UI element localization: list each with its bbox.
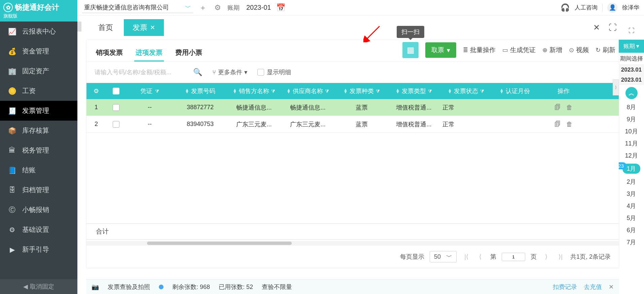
plus-icon[interactable]: ＋ — [198, 3, 208, 13]
inner-tab-purchase[interactable]: 进项发票 — [134, 45, 164, 61]
per-page-select[interactable]: 50﹀ — [430, 251, 457, 262]
month-item[interactable]: 9月 — [619, 113, 644, 125]
fullscreen-icon[interactable]: ⛶ — [608, 23, 618, 33]
next-page-icon[interactable]: ⟩ — [542, 253, 551, 260]
table-row[interactable]: 2 -- 83940753 广东三元麦... 广东三元麦... 蓝票 增值税普通… — [86, 116, 619, 133]
month-item[interactable]: 3月 — [619, 188, 644, 200]
sidebar-item-label: 云报表中心 — [22, 27, 56, 36]
first-page-icon[interactable]: |⟨ — [462, 253, 471, 260]
col-kind[interactable]: ▲▼发票种类⧩ — [335, 87, 389, 95]
period-year-start[interactable]: 2023.01 — [619, 65, 644, 75]
funnel-icon: ⧩ — [325, 88, 329, 94]
page-input[interactable] — [502, 253, 525, 261]
sort-icon: ▲▼ — [233, 89, 237, 93]
sidebar-scrollbar[interactable] — [77, 22, 81, 32]
tab-home[interactable]: 首页 — [90, 19, 122, 36]
col-status[interactable]: ▲▼发票状态⧩ — [439, 87, 493, 95]
col-month[interactable]: ▲▼认证月份 — [493, 87, 537, 95]
info-icon[interactable] — [159, 285, 164, 289]
fullscreen-icon[interactable]: ⛶ — [625, 24, 638, 37]
gear-icon[interactable]: ⚙ — [213, 3, 223, 13]
table-row[interactable]: 1 -- 38872772 畅捷通信息... 畅捷通信息... 蓝票 增值税普通… — [86, 99, 619, 116]
voucher-button[interactable]: ▭生成凭证 — [502, 46, 536, 54]
col-seller[interactable]: ▲▼销售方名称⧩ — [227, 87, 281, 95]
close-icon[interactable]: ✕ — [150, 24, 155, 31]
period-year-end[interactable]: 2023.01 — [619, 75, 644, 85]
month-item[interactable]: 8月 — [619, 101, 644, 113]
sidebar-item-settings[interactable]: ⚙基础设置 — [0, 220, 77, 240]
scroll-up-icon[interactable]: ︽ — [625, 87, 638, 99]
select-all-checkbox[interactable] — [113, 88, 119, 94]
month-item[interactable]: 10月 — [619, 125, 644, 137]
inner-tab-fee[interactable]: 费用小票 — [174, 45, 204, 61]
fee-record-link[interactable]: 扣费记录 — [553, 283, 577, 291]
month-item[interactable]: 5月 — [619, 212, 644, 224]
chevron-down-icon: ▾ — [244, 69, 247, 76]
recharge-link[interactable]: 去充值 — [584, 283, 602, 291]
col-supplier[interactable]: ▲▼供应商名称⧩ — [281, 87, 335, 95]
sidebar-item-salary[interactable]: 🪙工资 — [0, 81, 77, 101]
view-icon[interactable]: 🗐 — [554, 121, 561, 128]
refresh-button[interactable]: ↻刷新 — [596, 46, 615, 54]
delete-icon[interactable]: 🗑 — [566, 104, 573, 111]
scan-qr-button[interactable]: ▦ — [402, 42, 419, 58]
funnel-icon: ⧩ — [480, 88, 484, 94]
more-conditions[interactable]: ⑂更多条件▾ — [212, 68, 247, 76]
view-icon[interactable]: 🗐 — [554, 104, 561, 111]
sidebar-item-assets[interactable]: 🏢固定资产 — [0, 61, 77, 81]
sidebar-item-funds[interactable]: 💰资金管理 — [0, 41, 77, 61]
sidebar-item-reimburse[interactable]: Ⓒ小畅报销 — [0, 200, 77, 220]
month-item-selected[interactable]: 2023 1月 — [619, 162, 644, 176]
month-item[interactable]: 2月 — [619, 176, 644, 188]
search-icon[interactable]: 🔍 — [193, 68, 202, 77]
prev-page-icon[interactable]: ⟨ — [476, 253, 485, 260]
sidebar-item-archive[interactable]: 🗄归档管理 — [0, 180, 77, 200]
sidebar-item-tax[interactable]: 🏛税务管理 — [0, 140, 77, 160]
scrollbar-thumb[interactable] — [147, 242, 292, 245]
show-detail-toggle[interactable]: 显示明细 — [257, 68, 291, 76]
sidebar-item-invoice[interactable]: 🧾发票管理 — [0, 101, 77, 121]
month-item[interactable]: 12月 — [619, 150, 644, 162]
month-item[interactable]: 6月 — [619, 224, 644, 236]
col-voucher[interactable]: 凭证⧩ — [126, 87, 173, 95]
last-page-icon[interactable]: ⟩| — [556, 253, 565, 260]
sidebar-item-guide[interactable]: ▶新手引导 — [0, 240, 77, 259]
period-button[interactable]: 账期 ▾ — [619, 40, 644, 53]
tab-invoice[interactable]: 发票 ✕ — [124, 19, 164, 36]
sidebar-item-close[interactable]: 📘结账 — [0, 160, 77, 180]
sidebar-item-reports[interactable]: 📈云报表中心 — [0, 22, 77, 41]
book-icon: 📘 — [8, 166, 16, 174]
headset-icon[interactable]: 🎧 — [560, 3, 570, 13]
sidebar-item-inventory[interactable]: 📦库存核算 — [0, 121, 77, 140]
search-input[interactable] — [95, 69, 193, 76]
row-checkbox[interactable] — [113, 104, 119, 111]
row-checkbox[interactable] — [113, 121, 119, 128]
video-button[interactable]: ⊙视频 — [569, 46, 589, 54]
avatar-icon[interactable]: 👤 — [607, 3, 617, 13]
gear-icon[interactable]: ⚙ — [94, 87, 99, 95]
dock-collapse-handle[interactable]: ⟩ — [613, 79, 619, 95]
support-link[interactable]: 人工咨询 — [575, 4, 598, 11]
col-type[interactable]: ▲▼发票类型⧩ — [389, 87, 439, 95]
close-all-icon[interactable]: ✕ — [592, 23, 602, 33]
month-item[interactable]: 11月 — [619, 137, 644, 150]
doc-icon: ▭ — [502, 46, 508, 54]
horizontal-scrollbar[interactable] — [86, 241, 619, 246]
sidebar-unpin[interactable]: ◀取消固定 — [0, 279, 77, 294]
pick-invoice-button[interactable]: 取票▾ — [425, 42, 456, 58]
header: 重庆畅捷交通信息咨询有限公司 ﹀ ＋ ⚙ 账期 2023-01 📅 🎧 人工咨询… — [77, 0, 644, 15]
separator — [602, 4, 603, 12]
calendar-icon[interactable]: 📅 — [276, 3, 286, 13]
month-item[interactable]: 4月 — [619, 200, 644, 212]
inner-tab-sales[interactable]: 销项发票 — [95, 45, 124, 61]
user-name[interactable]: 徐泽华 — [622, 4, 639, 11]
col-number[interactable]: ▲▼发票号码 — [173, 87, 227, 95]
batch-button[interactable]: ≣批量操作 — [463, 46, 496, 54]
add-button[interactable]: ⊕新增 — [542, 46, 562, 54]
company-dropdown[interactable]: 重庆畅捷交通信息咨询有限公司 ﹀ — [82, 2, 193, 13]
month-item[interactable]: 7月 — [619, 236, 644, 248]
sidebar-item-label: 库存核算 — [22, 126, 49, 135]
cell-seller: 广东三元麦... — [227, 120, 281, 128]
close-icon[interactable]: ✕ — [609, 283, 614, 291]
delete-icon[interactable]: 🗑 — [566, 121, 573, 128]
